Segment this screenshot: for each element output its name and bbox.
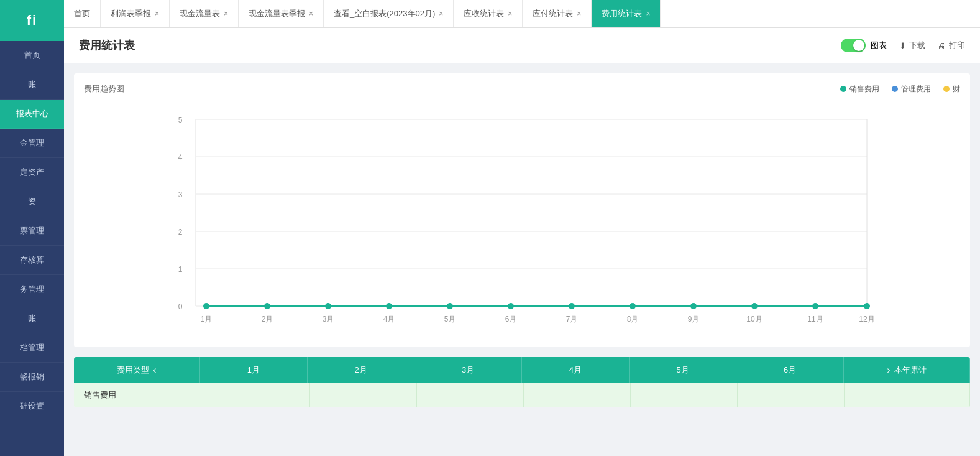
prev-arrow[interactable]: ‹ [153, 365, 156, 376]
print-label: 打印 [949, 40, 965, 51]
table-col-mar-label: 3月 [462, 365, 474, 376]
legend-admin: 管理费用 [892, 84, 931, 95]
sidebar-item-ledger[interactable]: 账 [0, 304, 64, 333]
svg-point-31 [508, 303, 514, 309]
sidebar-item-inventory[interactable]: 存核算 [0, 246, 64, 275]
legend-admin-dot [892, 86, 898, 92]
svg-text:3: 3 [178, 190, 183, 199]
table-header-row: 费用类型 ‹ 1月 2月 3月 4月 5月 [74, 357, 970, 383]
svg-point-33 [630, 303, 636, 309]
table-col-apr: 4月 [522, 357, 630, 383]
sidebar-item-services[interactable]: 务管理 [0, 275, 64, 304]
table-cell-apr-sales [524, 383, 631, 407]
svg-point-29 [386, 303, 392, 309]
table-col-type-label: 费用类型 [117, 365, 149, 376]
download-button[interactable]: ⬇ 下载 [899, 40, 925, 51]
tab-receivable-close[interactable]: × [508, 9, 512, 18]
chart-toggle-label: 图表 [871, 40, 887, 51]
svg-text:6月: 6月 [505, 315, 517, 323]
sidebar-item-capital[interactable]: 资 [0, 187, 64, 216]
table-col-may-label: 5月 [676, 365, 689, 376]
download-icon: ⬇ [899, 41, 906, 50]
svg-text:8月: 8月 [627, 315, 639, 323]
sidebar-item-home[interactable]: 首页 [0, 41, 64, 70]
chart-container: 0 1 2 3 4 5 [84, 101, 960, 337]
tab-expense-close[interactable]: × [646, 9, 650, 18]
svg-text:9月: 9月 [688, 315, 700, 323]
page-header: 费用统计表 图表 ⬇ 下载 🖨 打印 [64, 28, 980, 63]
table-col-ytd: › 本年累计 [844, 357, 970, 383]
svg-text:4月: 4月 [383, 315, 395, 323]
tab-receivable-label: 应收统计表 [464, 8, 504, 19]
tab-expense[interactable]: 费用统计表 × [592, 0, 661, 27]
tab-receivable[interactable]: 应收统计表 × [454, 0, 523, 27]
legend-sales-dot [840, 86, 846, 92]
svg-text:3月: 3月 [323, 315, 334, 323]
sidebar-item-account[interactable]: 账 [0, 70, 64, 100]
sidebar-item-expense[interactable]: 畅报销 [0, 363, 64, 392]
tab-cashflow-label: 现金流量表 [180, 8, 220, 19]
table-col-apr-label: 4月 [569, 365, 582, 376]
svg-text:0: 0 [178, 302, 183, 311]
svg-point-26 [203, 303, 209, 309]
sidebar-logo: fi [0, 0, 64, 41]
tab-profit[interactable]: 利润表季报 × [101, 0, 170, 27]
print-button[interactable]: 🖨 打印 [938, 40, 965, 51]
tab-profit-label: 利润表季报 [111, 8, 151, 19]
tab-blank-report[interactable]: 查看_空白报表(2023年02月) × [324, 0, 454, 27]
chart-toggle-wrapper: 图表 [841, 39, 887, 52]
sidebar-item-reports[interactable]: 报表中心 [0, 100, 64, 129]
table-col-feb-label: 2月 [354, 365, 367, 376]
legend-sales-label: 销售费用 [849, 84, 879, 95]
svg-text:2月: 2月 [262, 315, 273, 323]
svg-point-37 [864, 303, 870, 309]
download-label: 下载 [909, 40, 925, 51]
next-arrow[interactable]: › [887, 365, 890, 376]
table-cell-mar-sales [417, 383, 524, 407]
content-area: 费用统计表 图表 ⬇ 下载 🖨 打印 费用趋势图 [64, 28, 980, 456]
tab-cashflow-quarterly-close[interactable]: × [309, 9, 313, 18]
svg-text:11月: 11月 [807, 315, 823, 323]
tab-payable-close[interactable]: × [577, 9, 581, 18]
svg-text:7月: 7月 [566, 315, 578, 323]
legend-finance-label: 财 [953, 84, 960, 95]
table-col-jun: 6月 [736, 357, 844, 383]
chart-section: 费用趋势图 销售费用 管理费用 财 [74, 73, 970, 347]
tab-profit-close[interactable]: × [155, 9, 159, 18]
chart-header: 费用趋势图 销售费用 管理费用 财 [84, 83, 960, 95]
sidebar-item-tickets[interactable]: 票管理 [0, 216, 64, 246]
main-content: 首页 利润表季报 × 现金流量表 × 现金流量表季报 × 查看_空白报表(202… [64, 0, 980, 456]
legend-finance-dot [943, 86, 950, 92]
tab-home-label: 首页 [74, 8, 90, 19]
table-cell-ytd-sales [845, 383, 970, 407]
svg-point-34 [690, 303, 697, 309]
tab-payable-label: 应付统计表 [533, 8, 573, 19]
page-title: 费用统计表 [79, 38, 135, 53]
svg-point-28 [325, 303, 331, 309]
sidebar-item-finance[interactable]: 金管理 [0, 129, 64, 158]
tab-home[interactable]: 首页 [64, 0, 101, 27]
svg-point-30 [447, 303, 453, 309]
svg-text:12月: 12月 [859, 315, 874, 323]
sidebar: fi 首页 账 报表中心 金管理 定资产 资 票管理 存核算 务管理 账 档管理… [0, 0, 64, 456]
svg-point-27 [264, 303, 270, 309]
table-cell-may-sales [631, 383, 738, 407]
tab-expense-label: 费用统计表 [602, 8, 642, 19]
svg-text:2: 2 [178, 228, 183, 236]
table-col-jan-label: 1月 [247, 365, 260, 376]
tab-payable[interactable]: 应付统计表 × [523, 0, 592, 27]
tab-cashflow[interactable]: 现金流量表 × [170, 0, 239, 27]
chart-toggle[interactable] [841, 39, 866, 52]
table-col-jun-label: 6月 [784, 365, 796, 376]
table-cell-type-sales: 销售费用 [74, 383, 203, 407]
table-cell-feb-sales [310, 383, 417, 407]
table-cell-jun-sales [738, 383, 845, 407]
legend-finance: 财 [943, 84, 960, 95]
tab-cashflow-quarterly[interactable]: 现金流量表季报 × [239, 0, 324, 27]
sidebar-item-assets[interactable]: 定资产 [0, 158, 64, 187]
header-actions: 图表 ⬇ 下载 🖨 打印 [841, 39, 965, 52]
tab-blank-report-close[interactable]: × [439, 9, 443, 18]
sidebar-item-settings[interactable]: 础设置 [0, 392, 64, 421]
tab-cashflow-close[interactable]: × [224, 9, 228, 18]
sidebar-item-files[interactable]: 档管理 [0, 333, 64, 363]
